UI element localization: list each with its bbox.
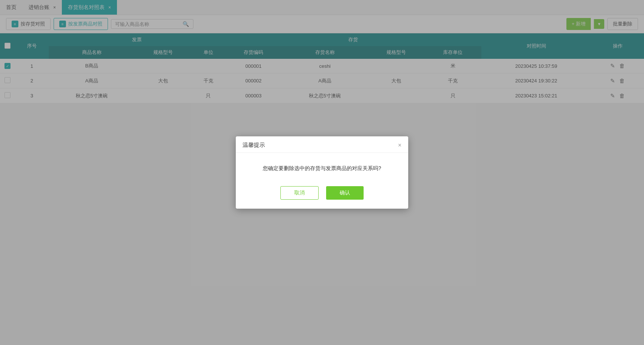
overlay: 温馨提示 × 您确定要删除选中的存货与发票商品的对应关系吗? 取消 确认 bbox=[0, 0, 644, 103]
